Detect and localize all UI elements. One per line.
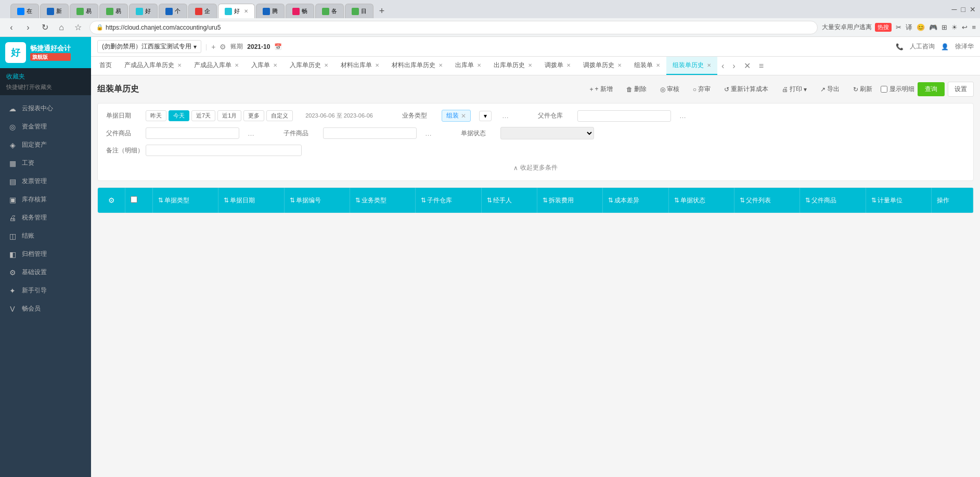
date-btn-today[interactable]: 今天 — [169, 110, 189, 121]
col-bill-status-header[interactable]: ⇅ 单据状态 — [668, 188, 734, 213]
tab-produce-in-history[interactable]: 产成品入库单历史 ✕ — [118, 57, 188, 75]
sidebar-item-fund-mgmt[interactable]: ◎ 资金管理 — [0, 118, 91, 136]
tab-assemble-history-close[interactable]: ✕ — [707, 62, 711, 68]
col-cost-diff-header[interactable]: ⇅ 成本差异 — [603, 188, 668, 213]
delete-button[interactable]: 🗑 删除 — [621, 82, 652, 96]
tab-transfer-close[interactable]: ✕ — [566, 62, 571, 68]
bill-status-select[interactable] — [500, 127, 594, 139]
help-text[interactable]: 人工咨询 — [910, 42, 935, 51]
game-icon[interactable]: 🎮 — [929, 23, 937, 31]
sidebar-item-tax-mgmt[interactable]: 🖨 税务管理 — [0, 209, 91, 227]
col-child-warehouse-header[interactable]: ⇅ 子件仓库 — [416, 188, 481, 213]
company-selector[interactable]: (勿删勿禁用）江西服宝测试专用 ▾ — [97, 40, 201, 53]
print-button[interactable]: 🖨 打印 ▾ — [777, 82, 812, 96]
browser-tab-6[interactable]: 个 — [159, 4, 187, 18]
sidebar-item-guide[interactable]: ✦ 新手引导 — [0, 281, 91, 300]
browser-tab-3[interactable]: 易 — [70, 4, 98, 18]
select-all-checkbox[interactable] — [131, 196, 137, 203]
sun-icon[interactable]: ☀ — [951, 23, 958, 31]
date-btn-1month[interactable]: 近1月 — [217, 110, 241, 121]
browser-tab-2[interactable]: 新 — [40, 4, 69, 18]
browser-tab-10[interactable]: 畅 — [286, 4, 314, 18]
child-goods-more-btn[interactable]: … — [425, 130, 432, 137]
new-tab-button[interactable]: + — [375, 4, 389, 18]
browser-tab-8[interactable]: 好 ✕ — [218, 4, 255, 18]
add-company-button[interactable]: + — [211, 43, 215, 51]
grid-icon[interactable]: ⊞ — [942, 23, 947, 31]
show-detail-checkbox[interactable] — [881, 86, 887, 93]
tab-in-history-close[interactable]: ✕ — [324, 62, 328, 68]
browser-tab-11[interactable]: 各 — [315, 4, 344, 18]
col-handler-header[interactable]: ⇅ 经手人 — [481, 188, 537, 213]
menu-icon[interactable]: ≡ — [972, 23, 976, 31]
window-controls[interactable]: ─ □ ✕ — [952, 5, 976, 14]
settings-company-button[interactable]: ⚙ — [220, 43, 226, 51]
star-button[interactable]: ☆ — [71, 20, 85, 35]
col-unit-header[interactable]: ⇅ 计量单位 — [866, 188, 931, 213]
sidebar-item-vip[interactable]: V 畅会员 — [0, 300, 91, 318]
col-parent-goods-header[interactable]: ⇅ 父件商品 — [800, 188, 866, 213]
sidebar-item-salary[interactable]: ▦ 工资 — [0, 154, 91, 172]
parent-goods-input[interactable] — [146, 127, 239, 139]
date-btn-7days[interactable]: 近7天 — [191, 110, 215, 121]
tab-produce-in-close[interactable]: ✕ — [235, 62, 239, 68]
audit-button[interactable]: ◎ 审核 — [655, 82, 685, 96]
refresh-button[interactable]: ↻ 刷新 — [848, 82, 878, 96]
minimize-button[interactable]: ─ — [952, 5, 957, 14]
export-button[interactable]: ↗ 导出 — [815, 82, 845, 96]
col-bill-no-header[interactable]: ⇅ 单据编号 — [284, 188, 350, 213]
sidebar-item-checkout[interactable]: ◫ 结账 — [0, 227, 91, 245]
date-btn-more[interactable]: 更多 — [243, 110, 264, 121]
col-disassemble-fee-header[interactable]: ⇅ 拆装费用 — [537, 188, 603, 213]
tab-in-order[interactable]: 入库单 ✕ — [245, 57, 283, 75]
col-parent-list-header[interactable]: ⇅ 父件列表 — [734, 188, 800, 213]
address-input[interactable]: 🔒 https://cloud.chanjet.com/accounting/u… — [89, 21, 818, 34]
browser-tab-12[interactable]: 目 — [345, 4, 373, 18]
query-button[interactable]: 查询 — [918, 82, 945, 96]
translate-icon[interactable]: 译 — [906, 23, 912, 32]
browser-tab-5[interactable]: 好 — [129, 4, 158, 18]
tab-out-history-close[interactable]: ✕ — [528, 62, 532, 68]
biz-type-dropdown[interactable]: ▾ — [479, 111, 492, 121]
date-btn-yesterday[interactable]: 昨天 — [146, 110, 166, 121]
browser-tab-9[interactable]: 腾 — [256, 4, 285, 18]
undo-icon[interactable]: ↩ — [962, 23, 968, 31]
tab-close-all[interactable]: ✕ — [740, 59, 755, 73]
tab-transfer-history[interactable]: 调拨单历史 ✕ — [577, 57, 628, 75]
tab-material-out-history-close[interactable]: ✕ — [439, 62, 443, 68]
maximize-button[interactable]: □ — [961, 5, 965, 14]
sidebar-item-basic-settings[interactable]: ⚙ 基础设置 — [0, 263, 91, 281]
remark-input[interactable] — [146, 145, 302, 156]
sidebar-item-fixed-assets[interactable]: ◈ 固定资产 — [0, 136, 91, 154]
home-browser-button[interactable]: ⌂ — [54, 20, 69, 35]
tab-material-out[interactable]: 材料出库单 ✕ — [334, 57, 385, 75]
sidebar-item-inventory[interactable]: ▣ 库存核算 — [0, 190, 91, 209]
col-settings-header[interactable]: ⚙ — [98, 188, 125, 213]
tab-menu[interactable]: ≡ — [755, 59, 768, 73]
browser-tab-7[interactable]: 企 — [188, 4, 217, 18]
settings-button[interactable]: 设置 — [948, 82, 974, 97]
tab-material-out-history[interactable]: 材料出库单历史 ✕ — [385, 57, 449, 75]
tab-out-order-close[interactable]: ✕ — [477, 62, 481, 68]
sidebar-item-cloud-report[interactable]: ☁ 云报表中心 — [0, 99, 91, 118]
refresh-browser-button[interactable]: ↻ — [37, 20, 52, 35]
close-button[interactable]: ✕ — [970, 5, 976, 14]
col-checkbox-header[interactable] — [125, 188, 153, 213]
col-bill-type-header[interactable]: ⇅ 单据类型 — [153, 188, 218, 213]
tab-produce-in-history-close[interactable]: ✕ — [177, 62, 182, 68]
parent-warehouse-more-btn[interactable]: … — [679, 112, 686, 120]
tab-transfer[interactable]: 调拨单 ✕ — [538, 57, 577, 75]
recalc-button[interactable]: ↺ 重新计算成本 — [719, 82, 773, 96]
tab-assemble[interactable]: 组装单 ✕ — [628, 57, 666, 75]
tab-produce-in[interactable]: 产成品入库单 ✕ — [188, 57, 245, 75]
tab-material-out-close[interactable]: ✕ — [375, 62, 379, 68]
add-button[interactable]: + + 新增 — [584, 82, 617, 96]
tab-close-8[interactable]: ✕ — [244, 8, 248, 14]
tab-in-history[interactable]: 入库单历史 ✕ — [283, 57, 334, 75]
calendar-icon[interactable]: 📅 — [274, 43, 282, 50]
back-button[interactable]: ‹ — [4, 20, 19, 35]
emoji-icon[interactable]: 😊 — [917, 23, 925, 31]
tab-in-order-close[interactable]: ✕ — [273, 62, 277, 68]
show-detail-checkbox-label[interactable]: 显示明细 — [881, 85, 914, 94]
forward-button[interactable]: › — [21, 20, 35, 35]
